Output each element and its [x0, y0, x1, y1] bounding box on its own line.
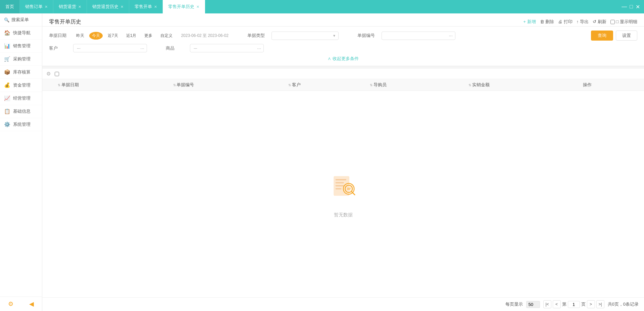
query-button[interactable]: 查询: [591, 31, 613, 41]
svg-rect-4: [335, 188, 341, 190]
data-table: ⇅ 单据日期⇅ 单据编号⇅ 客户⇅ 导购员⇅ 实销金额操作: [42, 79, 644, 91]
goods-label: 商品: [166, 45, 185, 51]
tab-close-retail-open-history[interactable]: ✕: [196, 5, 199, 9]
type-select-wrap: [271, 32, 339, 40]
filter-row-2: 客户 商品: [49, 44, 637, 52]
sidebar-item-sales[interactable]: 📊 销售管理: [0, 40, 42, 53]
table-footer: 每页显示 50 |< < 第 页 > >| 共0页，0条记录: [42, 297, 644, 311]
export-button[interactable]: ↑ 导出: [577, 17, 589, 26]
delete-button[interactable]: 🗑 删除: [540, 17, 554, 26]
page-size-label: 每页显示: [505, 301, 523, 307]
sidebar-items-list: 🏠 快捷导航📊 销售管理🛒 采购管理📦 库存核算💰 资金管理📈 经营管理📋 基础…: [0, 27, 42, 131]
show-detail-input[interactable]: [610, 20, 615, 24]
sidebar-icon-quick-nav: 🏠: [4, 30, 10, 36]
minimize-icon[interactable]: —: [622, 4, 627, 10]
search-label: 搜索采单: [11, 17, 29, 23]
sidebar-search[interactable]: 🔍 搜索采单: [0, 13, 42, 27]
first-page-btn[interactable]: |<: [543, 300, 551, 308]
sidebar-label-system: 系统管理: [13, 121, 31, 127]
window-close-icon[interactable]: ✕: [636, 4, 640, 10]
type-select[interactable]: [271, 32, 339, 40]
print-button[interactable]: 🖨 打印: [558, 17, 573, 26]
type-label: 单据类型: [247, 33, 266, 39]
sidebar-item-quick-nav[interactable]: 🏠 快捷导航: [0, 27, 42, 40]
svg-rect-1: [335, 179, 346, 180]
sidebar-label-quick-nav: 快捷导航: [13, 30, 31, 36]
nav-tab-sales-return[interactable]: 销货退货 ✕: [53, 0, 87, 13]
nav-tabs: 首页销售订单 ✕销货退货 ✕销货退货历史 ✕零售开单 ✕零售开单历史 ✕: [0, 0, 617, 13]
tab-close-sales-return[interactable]: ✕: [78, 5, 81, 9]
date-btn-近1月[interactable]: 近1月: [123, 32, 140, 40]
sidebar-icon-base-info: 📋: [4, 108, 10, 114]
next-page-btn[interactable]: >: [587, 300, 595, 308]
add-button[interactable]: + 新增: [523, 17, 536, 26]
nav-tab-sales-return-history[interactable]: 销货退货历史 ✕: [87, 0, 129, 13]
window-controls: — □ ✕: [617, 4, 644, 10]
sidebar-item-inventory[interactable]: 📦 库存核算: [0, 66, 42, 79]
settings-bottom-icon[interactable]: ⚙: [8, 300, 13, 308]
th-date[interactable]: ⇅ 单据日期: [53, 79, 168, 91]
sidebar-icon-system: ⚙️: [4, 121, 10, 127]
th-checkbox: [42, 79, 53, 91]
page-label: 第: [562, 301, 566, 307]
date-btn-今天[interactable]: 今天: [89, 32, 103, 40]
nav-tab-sales-order[interactable]: 销售订单 ✕: [20, 0, 53, 13]
date-label: 单据日期: [49, 33, 68, 39]
sidebar-item-purchase[interactable]: 🛒 采购管理: [0, 53, 42, 66]
filter-area: 单据日期 昨天今天近7天近1月更多自定义 2023-06-02 至 2023-0…: [42, 27, 644, 66]
last-page-btn[interactable]: >|: [596, 300, 604, 308]
sidebar-item-system[interactable]: ⚙️ 系统管理: [0, 118, 42, 131]
sidebar-item-operations[interactable]: 📈 经营管理: [0, 92, 42, 105]
page-size-select[interactable]: 50: [526, 301, 540, 308]
date-btn-自定义[interactable]: 自定义: [157, 32, 176, 40]
setting-button[interactable]: 设置: [616, 31, 637, 41]
date-range-text: 2023-06-02 至 2023-06-02: [181, 33, 228, 39]
sidebar-label-inventory: 库存核算: [13, 69, 31, 75]
sort-icon-number: ⇅: [173, 83, 177, 87]
content-area: 零售开单历史 + 新增 🗑 删除 🖨 打印 ↑ 导出 ↺ 刷新 □ 显示明细 单…: [42, 13, 644, 311]
th-guide[interactable]: ⇅ 导购员: [365, 79, 463, 91]
page-number-input[interactable]: [568, 301, 580, 308]
nav-tab-retail-open-history[interactable]: 零售开单历史 ✕: [163, 0, 205, 13]
nav-tab-retail-open[interactable]: 零售开单 ✕: [129, 0, 163, 13]
sidebar-label-base-info: 基础信息: [13, 108, 31, 114]
tab-close-sales-order[interactable]: ✕: [45, 5, 48, 9]
th-customer[interactable]: ⇅ 客户: [284, 79, 365, 91]
tab-close-retail-open[interactable]: ✕: [154, 5, 157, 9]
date-btn-昨天[interactable]: 昨天: [73, 32, 87, 40]
table-toolbar: ⚙: [42, 69, 644, 79]
date-btn-近7天[interactable]: 近7天: [105, 32, 121, 40]
date-btn-更多[interactable]: 更多: [141, 32, 155, 40]
goods-input-wrap: [190, 44, 264, 52]
collapse-more-btn[interactable]: ∧ 收起更多条件: [49, 56, 637, 62]
sidebar-item-base-info[interactable]: 📋 基础信息: [0, 105, 42, 118]
maximize-icon[interactable]: □: [630, 4, 633, 10]
sidebar-icon-purchase: 🛒: [4, 56, 10, 62]
show-detail-checkbox[interactable]: □ 显示明细: [610, 19, 637, 25]
select-all-checkbox[interactable]: [55, 72, 59, 76]
empty-state: 暂无数据: [42, 91, 644, 297]
tab-close-sales-return-history[interactable]: ✕: [120, 5, 123, 9]
sidebar-label-finance: 资金管理: [13, 82, 31, 88]
header-row: ⇅ 单据日期⇅ 单据编号⇅ 客户⇅ 导购员⇅ 实销金额操作: [42, 79, 644, 91]
sidebar-label-sales: 销售管理: [13, 43, 31, 49]
sidebar-icon-finance: 💰: [4, 82, 10, 88]
sidebar: 🔍 搜索采单 🏠 快捷导航📊 销售管理🛒 采购管理📦 库存核算💰 资金管理📈 经…: [0, 13, 42, 311]
top-nav-bar: 首页销售订单 ✕销货退货 ✕销货退货历史 ✕零售开单 ✕零售开单历史 ✕ — □…: [0, 0, 644, 13]
sidebar-item-finance[interactable]: 💰 资金管理: [0, 79, 42, 92]
date-filter-buttons: 昨天今天近7天近1月更多自定义: [73, 32, 176, 40]
customer-input[interactable]: [73, 44, 147, 52]
refresh-button[interactable]: ↺ 刷新: [593, 17, 606, 26]
th-amount[interactable]: ⇅ 实销金额: [464, 79, 579, 91]
goods-input[interactable]: [190, 44, 264, 52]
sort-icon-customer: ⇅: [288, 83, 292, 87]
number-input[interactable]: [382, 32, 455, 40]
th-action: 操作: [579, 79, 644, 91]
collapse-sidebar-icon[interactable]: ◀: [29, 300, 34, 308]
nav-tab-home[interactable]: 首页: [0, 0, 20, 13]
sidebar-icon-inventory: 📦: [4, 69, 10, 75]
th-number[interactable]: ⇅ 单据编号: [168, 79, 284, 91]
table-settings-icon[interactable]: ⚙: [46, 71, 51, 77]
prev-page-btn[interactable]: <: [553, 300, 561, 308]
page-header: 零售开单历史 + 新增 🗑 删除 🖨 打印 ↑ 导出 ↺ 刷新 □ 显示明细: [42, 13, 644, 27]
